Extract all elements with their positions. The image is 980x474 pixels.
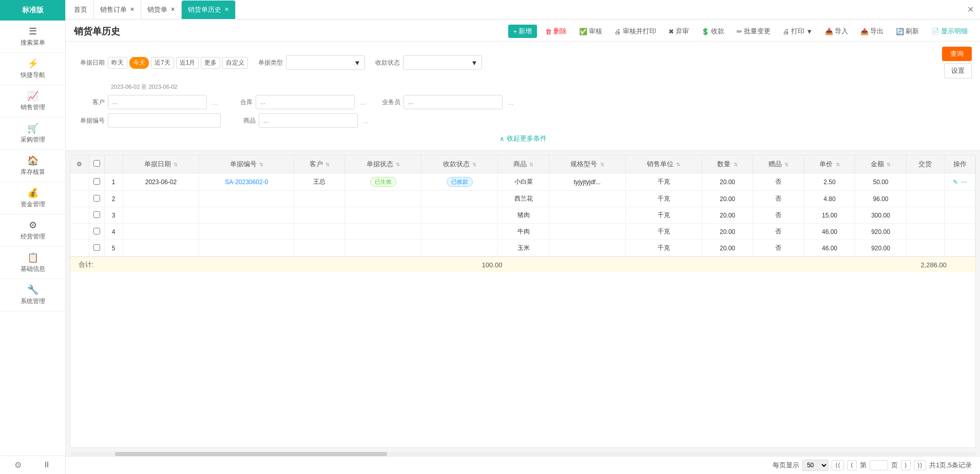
action-more-icon[interactable]: ⋯ bbox=[961, 179, 967, 186]
sidebar-pause-icon[interactable]: ⏸ bbox=[43, 460, 51, 470]
filter-payment-status-select[interactable]: ▼ bbox=[403, 55, 482, 70]
filter-row-1: 单据日期 昨天 今天 近7天 近1月 更多 自定义 单据类型 bbox=[74, 47, 972, 78]
cell-doc-no[interactable] bbox=[199, 191, 294, 207]
col-goods[interactable]: 商品 ⇅ bbox=[498, 155, 549, 173]
sidebar-item-sales-mgmt[interactable]: 📈 销售管理 bbox=[0, 85, 65, 117]
batch-change-button[interactable]: ✏ 批量变更 bbox=[733, 25, 775, 38]
audit-print-button[interactable]: 🖨 审核并打印 bbox=[610, 25, 660, 38]
cell-doc-no[interactable] bbox=[199, 224, 294, 240]
action-edit-icon[interactable]: ✎ bbox=[953, 179, 958, 186]
per-page-select[interactable]: 50 100 200 bbox=[802, 460, 829, 471]
sidebar-item-system-mgmt[interactable]: 🔧 系统管理 bbox=[0, 279, 65, 311]
abandon-button[interactable]: ✖ 弃审 bbox=[664, 25, 693, 38]
show-detail-button[interactable]: 📄 显示明细 bbox=[927, 25, 972, 38]
date-more-btn[interactable]: 更多 bbox=[201, 57, 220, 69]
select-all-checkbox[interactable] bbox=[93, 160, 100, 167]
col-doc-status[interactable]: 单据状态 ⇅ bbox=[345, 155, 421, 173]
filter-docno-input[interactable] bbox=[108, 113, 221, 128]
export-button[interactable]: 📤 导出 bbox=[856, 25, 888, 38]
cell-checkbox[interactable] bbox=[89, 191, 104, 207]
tab-home[interactable]: 首页 bbox=[68, 1, 94, 19]
sidebar-item-basic-info[interactable]: 📋 基础信息 bbox=[0, 247, 65, 279]
system-mgmt-icon: 🔧 bbox=[27, 284, 39, 295]
sidebar-item-inventory[interactable]: 🏠 库存核算 bbox=[0, 150, 65, 182]
row-checkbox[interactable] bbox=[93, 228, 100, 234]
page-first-button[interactable]: ⟨⟨ bbox=[832, 460, 844, 470]
new-button[interactable]: + 新增 bbox=[508, 25, 537, 38]
tab-sales-order-close-icon[interactable]: ✕ bbox=[130, 6, 134, 13]
row-checkbox[interactable] bbox=[93, 178, 100, 185]
import-button[interactable]: 📥 导入 bbox=[821, 25, 852, 38]
col-amount[interactable]: 金额 ⇅ bbox=[855, 155, 907, 173]
query-button[interactable]: 查询 bbox=[942, 47, 972, 61]
filter-salesperson-input[interactable] bbox=[403, 95, 503, 109]
cell-checkbox[interactable] bbox=[89, 224, 104, 240]
salesperson-dots-icon[interactable]: ... bbox=[508, 98, 513, 106]
cell-checkbox[interactable] bbox=[89, 173, 104, 191]
row-checkbox[interactable] bbox=[93, 211, 100, 218]
date-today-btn[interactable]: 今天 bbox=[129, 57, 149, 69]
audit-button[interactable]: ✅ 审核 bbox=[575, 25, 606, 38]
date-1month-btn[interactable]: 近1月 bbox=[176, 57, 199, 69]
col-doc-no[interactable]: 单据编号 ⇅ bbox=[199, 155, 294, 173]
filter-doc-type-select[interactable]: ▼ bbox=[286, 55, 365, 70]
page-number-input[interactable]: 1 bbox=[870, 460, 888, 470]
date-7days-btn[interactable]: 近7天 bbox=[151, 57, 174, 69]
tab-sales-delivery-close-icon[interactable]: ✕ bbox=[170, 6, 175, 13]
delete-button[interactable]: 🗑 删除 bbox=[541, 25, 571, 38]
cell-doc-status bbox=[345, 191, 421, 207]
doc-type-dropdown-icon: ▼ bbox=[354, 59, 361, 67]
sidebar-item-purchase-mgmt[interactable]: 🛒 采购管理 bbox=[0, 117, 65, 150]
row-checkbox[interactable] bbox=[93, 195, 100, 202]
col-payment-status[interactable]: 收款状态 ⇅ bbox=[421, 155, 498, 173]
col-quantity[interactable]: 数量 ⇅ bbox=[702, 155, 753, 173]
row-checkbox[interactable] bbox=[93, 244, 100, 251]
receive-button[interactable]: 💲 收款 bbox=[697, 25, 728, 38]
col-gift[interactable]: 赠品 ⇅ bbox=[753, 155, 804, 173]
horizontal-scrollbar[interactable] bbox=[70, 452, 976, 456]
tab-sales-history[interactable]: 销货单历史 ✕ bbox=[182, 1, 236, 19]
filter-goods-input[interactable] bbox=[259, 113, 358, 128]
sidebar-item-operation-mgmt[interactable]: ⚙ 经营管理 bbox=[0, 214, 65, 247]
col-customer[interactable]: 客户 ⇅ bbox=[294, 155, 345, 173]
date-range-display: 2023-06-02 至 2023-06-02 bbox=[108, 83, 972, 91]
filter-warehouse-input[interactable] bbox=[256, 95, 355, 109]
summary-total-amount: 2,286.00 bbox=[906, 261, 967, 269]
sidebar-item-search-menu[interactable]: ☰ 搜索菜单 bbox=[0, 21, 65, 53]
cell-checkbox[interactable] bbox=[89, 240, 104, 256]
cell-checkbox[interactable] bbox=[89, 207, 104, 224]
set-button[interactable]: 设置 bbox=[944, 63, 972, 78]
col-sales-unit[interactable]: 销售单位 ⇅ bbox=[625, 155, 702, 173]
filter-customer-input[interactable] bbox=[108, 95, 207, 109]
refresh-button[interactable]: 🔄 刷新 bbox=[892, 25, 923, 38]
tabs-close-all-icon[interactable]: ✕ bbox=[963, 5, 978, 14]
filter-customer-label: 客户 bbox=[74, 98, 105, 107]
filter-docno-label: 单据编号 bbox=[74, 116, 105, 125]
goods-dots-icon[interactable]: ... bbox=[363, 117, 369, 125]
tab-sales-delivery[interactable]: 销货单 ✕ bbox=[141, 1, 182, 19]
sidebar-item-quick-nav[interactable]: ⚡ 快捷导航 bbox=[0, 53, 65, 85]
tab-sales-order[interactable]: 销售订单 ✕ bbox=[94, 1, 141, 19]
collapse-button[interactable]: ∧ 收起更多条件 bbox=[74, 132, 972, 145]
print-button[interactable]: 🖨 打印 ▼ bbox=[779, 25, 817, 38]
sidebar-item-finance-mgmt[interactable]: 💰 资金管理 bbox=[0, 182, 65, 214]
col-settings[interactable]: ⚙ bbox=[70, 155, 89, 173]
page-last-button[interactable]: ⟩⟩ bbox=[914, 460, 926, 470]
filter-warehouse-label: 合库 bbox=[222, 98, 253, 107]
sidebar-settings-icon[interactable]: ⚙ bbox=[14, 460, 22, 470]
cell-doc-no[interactable] bbox=[199, 240, 294, 256]
col-spec-type[interactable]: 规格型号 ⇅ bbox=[549, 155, 625, 173]
col-unit-price[interactable]: 单价 ⇅ bbox=[804, 155, 855, 173]
cell-doc-no[interactable]: SA-20230602-0 bbox=[199, 173, 294, 191]
cell-goods: 西兰花 bbox=[498, 191, 549, 207]
page-prev-button[interactable]: ⟨ bbox=[847, 460, 857, 470]
page-next-button[interactable]: ⟩ bbox=[901, 460, 911, 470]
date-custom-btn[interactable]: 自定义 bbox=[222, 57, 248, 69]
date-yesterday-btn[interactable]: 昨天 bbox=[108, 57, 127, 69]
cell-doc-no[interactable] bbox=[199, 207, 294, 224]
tab-sales-history-close-icon[interactable]: ✕ bbox=[224, 6, 229, 13]
col-doc-date[interactable]: 单据日期 ⇅ bbox=[123, 155, 199, 173]
warehouse-dots-icon[interactable]: ... bbox=[360, 98, 366, 106]
customer-dots-icon[interactable]: ... bbox=[212, 98, 218, 106]
cell-gift: 否 bbox=[753, 191, 804, 207]
